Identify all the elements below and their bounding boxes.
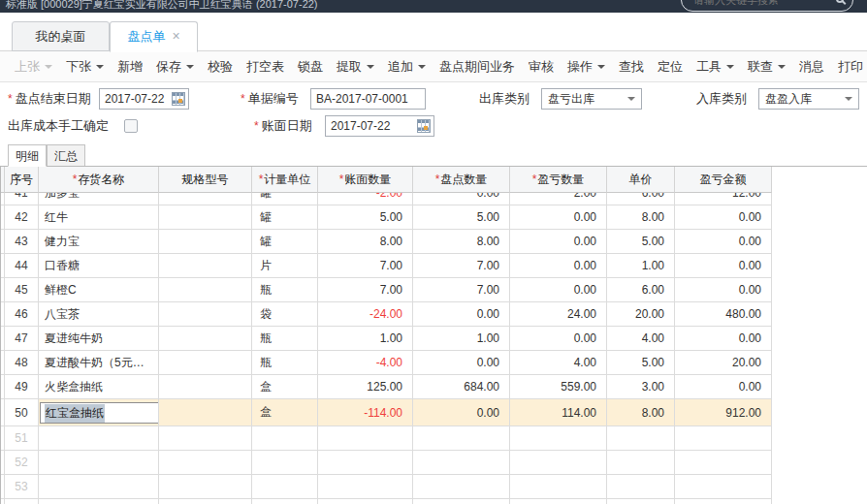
column-header-count-qty[interactable]: *盘点数量	[413, 167, 510, 193]
detail-tab-summary[interactable]: 汇总	[47, 144, 85, 167]
cell-count-qty[interactable]	[413, 451, 510, 475]
cell-price[interactable]	[607, 451, 675, 475]
cell-unit[interactable]	[252, 499, 318, 504]
column-header-name[interactable]: *存货名称	[39, 167, 159, 193]
cell-price[interactable]: 20.00	[607, 302, 675, 327]
cell-book-qty[interactable]: -24.00	[318, 302, 413, 327]
column-header-amount[interactable]: 盈亏金额	[675, 167, 772, 193]
book-date-field[interactable]	[325, 115, 434, 137]
cell-price[interactable]: 5.00	[607, 351, 675, 375]
cell-count-qty[interactable]: 8.00	[413, 230, 510, 254]
cell-price[interactable]	[607, 499, 675, 504]
calendar-icon[interactable]	[172, 92, 185, 106]
cell-count-qty[interactable]: 0.00	[413, 399, 510, 426]
cell-amount[interactable]: 0.00	[675, 205, 772, 230]
toolbar-button-9[interactable]: 盘点期间业务	[439, 51, 515, 81]
cell-diff-qty[interactable]	[510, 475, 607, 499]
cell-spec[interactable]	[159, 230, 252, 254]
count-end-date-field[interactable]	[99, 88, 189, 110]
column-header-price[interactable]: 单价	[607, 167, 675, 193]
cell-name[interactable]: 八宝茶	[39, 302, 159, 327]
column-header-seq[interactable]: 序号	[5, 167, 39, 193]
cell-amount[interactable]: 480.00	[675, 302, 772, 327]
cell-diff-qty[interactable]: 4.00	[510, 351, 607, 375]
toolbar-button-2[interactable]: 新增	[117, 51, 143, 81]
cell-count-qty[interactable]: 0.00	[413, 302, 510, 327]
toolbar-button-4[interactable]: 校验	[208, 51, 233, 81]
cell-unit[interactable]: 罐	[252, 205, 318, 230]
close-icon[interactable]: ×	[172, 28, 179, 44]
cell-price[interactable]	[607, 475, 675, 499]
tab-my-desktop[interactable]: 我的桌面	[12, 21, 110, 51]
cell-count-qty[interactable]: 5.00	[413, 205, 510, 230]
cell-book-qty[interactable]	[318, 426, 413, 451]
cell-spec[interactable]	[159, 399, 252, 426]
cell-book-qty[interactable]: -2.00	[318, 193, 413, 205]
cell-count-qty[interactable]	[413, 426, 510, 451]
cell-book-qty[interactable]: -4.00	[318, 351, 413, 375]
search-icon[interactable]	[836, 0, 844, 3]
cell-unit[interactable]	[252, 451, 318, 475]
cell-amount[interactable]	[675, 426, 772, 451]
cell-unit[interactable]	[252, 426, 318, 451]
cell-spec[interactable]	[159, 254, 252, 278]
cell-diff-qty[interactable]: 559.00	[510, 375, 607, 399]
cell-name[interactable]	[39, 499, 159, 504]
cell-amount[interactable]: 0.00	[675, 230, 772, 254]
inbound-type-select[interactable]: 盘盈入库	[758, 88, 859, 110]
cell-unit[interactable]: 瓶	[252, 278, 318, 302]
cell-name[interactable]: 夏进纯牛奶	[39, 327, 159, 351]
toolbar-button-7[interactable]: 提取	[337, 51, 374, 81]
cell-price[interactable]	[607, 426, 675, 451]
doc-no-input[interactable]	[311, 89, 425, 109]
cell-spec[interactable]	[159, 426, 252, 451]
cell-name[interactable]: 鲜橙C	[39, 278, 159, 302]
cell-count-qty[interactable]: 0.00	[413, 193, 510, 205]
column-header-unit[interactable]: *计量单位	[252, 167, 318, 193]
cell-diff-qty[interactable]: 0.00	[510, 327, 607, 351]
cell-count-qty[interactable]: 0.00	[413, 351, 510, 375]
cell-unit[interactable]: 袋	[252, 302, 318, 327]
cell-diff-qty[interactable]	[510, 499, 607, 504]
cell-spec[interactable]	[159, 193, 252, 205]
toolbar-button-12[interactable]: 查找	[619, 51, 644, 81]
cell-spec[interactable]	[159, 475, 252, 499]
cell-book-qty[interactable]: 8.00	[318, 230, 413, 254]
cell-spec[interactable]	[159, 327, 252, 351]
cell-unit[interactable]: 片	[252, 254, 318, 278]
detail-tab-detail[interactable]: 明细	[8, 144, 47, 167]
cell-unit[interactable]: 盒	[252, 375, 318, 399]
cell-spec[interactable]	[159, 205, 252, 230]
cell-name[interactable]	[39, 426, 159, 451]
cell-price[interactable]: 3.00	[607, 375, 675, 399]
cell-diff-qty[interactable]: 0.00	[510, 278, 607, 302]
cell-price[interactable]: 4.00	[607, 327, 675, 351]
cell-diff-qty[interactable]: 0.00	[510, 230, 607, 254]
cell-spec[interactable]	[159, 351, 252, 375]
cell-price[interactable]: 1.00	[607, 254, 675, 278]
column-header-spec[interactable]: 规格型号	[159, 167, 252, 193]
cell-book-qty[interactable]: -114.00	[318, 399, 413, 426]
toolbar-button-13[interactable]: 定位	[658, 51, 683, 81]
cell-unit[interactable]: 瓶	[252, 351, 318, 375]
cell-price[interactable]: 8.00	[607, 205, 675, 230]
cell-book-qty[interactable]: 7.00	[318, 278, 413, 302]
column-header-diff-qty[interactable]: *盈亏数量	[510, 167, 607, 193]
inventory-name-editor[interactable]: 红宝盒抽纸	[40, 402, 159, 424]
cell-count-qty[interactable]	[413, 499, 510, 504]
cell-spec[interactable]	[159, 375, 252, 399]
tab-inventory-sheet[interactable]: 盘点单×	[110, 21, 198, 52]
cell-book-qty[interactable]: 7.00	[318, 254, 413, 278]
cell-count-qty[interactable]: 684.00	[413, 375, 510, 399]
cell-count-qty[interactable]: 7.00	[413, 278, 510, 302]
cell-diff-qty[interactable]	[510, 451, 607, 475]
cell-name[interactable]: 加多宝	[39, 193, 159, 205]
global-search-input[interactable]	[693, 0, 829, 11]
toolbar-button-15[interactable]: 联查	[748, 51, 786, 81]
cell-amount[interactable]: 912.00	[675, 399, 772, 426]
doc-no-field[interactable]	[310, 88, 426, 110]
toolbar-button-14[interactable]: 工具	[696, 51, 734, 81]
cell-amount[interactable]: 0.00	[675, 278, 772, 302]
global-search-box[interactable]	[681, 0, 853, 12]
cell-diff-qty[interactable]: 114.00	[510, 399, 607, 426]
